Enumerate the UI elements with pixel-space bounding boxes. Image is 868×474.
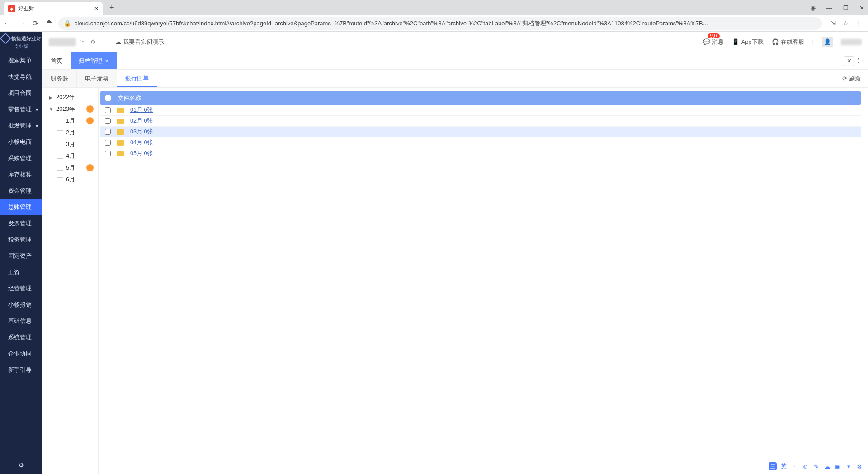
file-name-link[interactable]: 04月 0张 [130, 139, 153, 147]
refresh-button[interactable]: ⟳ 刷新 [842, 75, 861, 83]
sidebar-item[interactable]: 批发管理▾ [0, 118, 42, 134]
file-name-link[interactable]: 03月 0张 [130, 128, 153, 136]
row-checkbox[interactable] [105, 107, 111, 113]
maximize-icon[interactable]: ❐ [843, 5, 849, 11]
gear-icon[interactable]: ⚙ [90, 38, 96, 45]
sidebar-item[interactable]: 总账管理 [0, 199, 42, 215]
file-row[interactable]: 04月 0张 [100, 137, 861, 148]
ime-smile-icon[interactable]: ☺ [801, 462, 809, 470]
subtab[interactable]: 电子发票 [77, 70, 117, 87]
window-close-icon[interactable]: ✕ [859, 5, 864, 11]
file-row[interactable]: 01月 0张 [100, 105, 861, 116]
sidebar-item[interactable]: 固定资产 [0, 248, 42, 264]
tree-month[interactable]: 1月i [44, 115, 96, 127]
sidebar-item[interactable]: 搜索菜单 [0, 52, 42, 69]
cloud-icon: ☁ [115, 38, 121, 45]
sidebar-item[interactable]: 系统管理 [0, 329, 42, 346]
file-row[interactable]: 03月 0张 [100, 127, 861, 137]
trash-icon[interactable]: 🗑 [46, 19, 53, 28]
address-bar[interactable]: 🔒 cloud.chanjet.com/cc/u6d89qwnryel/57bf… [58, 17, 822, 30]
logo-brand: 畅捷通好业财 [11, 35, 41, 42]
account-icon[interactable]: ◉ [811, 5, 816, 11]
tree-year[interactable]: ▶2022年 [44, 91, 96, 103]
ime-gear-icon[interactable]: ⚙ [855, 462, 863, 470]
minimize-icon[interactable]: — [826, 5, 832, 11]
close-all-tabs[interactable]: ✕ [844, 56, 854, 66]
sidebar-item[interactable]: 发票管理 [0, 215, 42, 232]
avatar[interactable]: 👤 [822, 37, 833, 47]
alert-badge: i [86, 164, 94, 171]
refresh-icon: ⟳ [842, 75, 847, 82]
browser-tab[interactable]: ◆ 好业财 ✕ [4, 2, 103, 15]
sidebar-item[interactable]: 小畅报销 [0, 297, 42, 313]
page-tabs: 首页归档管理× ✕ ⛶ [42, 52, 868, 70]
tree-month[interactable]: 6月 [44, 174, 96, 185]
sidebar-item[interactable]: 零售管理▾ [0, 101, 42, 118]
sidebar-item[interactable]: 采购管理 [0, 150, 42, 166]
ime-edit-icon[interactable]: ✎ [812, 462, 820, 470]
ime-badge[interactable]: 王 [769, 462, 777, 470]
file-row[interactable]: 05月 0张 [100, 148, 861, 159]
sidebar-item[interactable]: 经营管理 [0, 280, 42, 297]
sidebar-item[interactable]: 工资 [0, 264, 42, 280]
ime-lang[interactable]: 英 [779, 462, 788, 470]
subtab[interactable]: 银行回单 [117, 70, 157, 87]
tree-month[interactable]: 3月 [44, 138, 96, 150]
demo-link[interactable]: ☁ 我要看实例演示 [107, 36, 164, 48]
logo-edition: 专业版 [14, 43, 28, 50]
folder-icon [117, 118, 124, 124]
message-link[interactable]: 💬 消息 99+ [703, 38, 724, 46]
folder-icon [117, 151, 124, 156]
tree-month[interactable]: 5月i [44, 162, 96, 174]
subtab-row: 财务账电子发票银行回单 ⟳ 刷新 [42, 70, 868, 88]
alert-badge: i [86, 117, 94, 124]
new-tab-button[interactable]: + [109, 3, 114, 13]
row-checkbox[interactable] [105, 118, 111, 124]
subtab[interactable]: 财务账 [42, 70, 77, 87]
file-list: 文件名称 01月 0张02月 0张03月 0张04月 0张05月 0张 [99, 88, 868, 474]
folder-icon [57, 177, 63, 182]
folder-icon [117, 140, 124, 146]
download-link[interactable]: 📱 App下载 [732, 38, 763, 46]
browser-toolbar: ← → ⟳ 🗑 🔒 cloud.chanjet.com/cc/u6d89qwnr… [0, 15, 868, 32]
sidebar-item[interactable]: 库存核算 [0, 166, 42, 183]
tree-month[interactable]: 2月 [44, 127, 96, 138]
back-icon[interactable]: ← [4, 19, 11, 28]
file-name-link[interactable]: 01月 0张 [130, 106, 153, 114]
row-checkbox[interactable] [105, 140, 111, 146]
sidebar-item[interactable]: 项目合同 [0, 85, 42, 101]
sidebar-item[interactable]: 企业协同 [0, 346, 42, 362]
row-checkbox[interactable] [105, 151, 111, 156]
tree-month[interactable]: 4月 [44, 150, 96, 162]
file-row[interactable]: 02月 0张 [100, 116, 861, 127]
sidebar-item[interactable]: 税务管理 [0, 232, 42, 248]
page-tab[interactable]: 首页 [42, 52, 71, 69]
reload-icon[interactable]: ⟳ [33, 19, 38, 28]
sidebar-item[interactable]: 小畅电商 [0, 134, 42, 150]
org-selector[interactable]: ﹀ [49, 38, 86, 46]
select-all-checkbox[interactable] [105, 95, 111, 101]
sidebar-item[interactable]: 快捷导航 [0, 69, 42, 85]
file-name-link[interactable]: 05月 0张 [130, 150, 153, 157]
star-icon[interactable]: ☆ [843, 20, 849, 27]
ime-cloud-icon[interactable]: ☁ [823, 462, 831, 470]
install-icon[interactable]: ⇲ [831, 20, 836, 27]
sidebar-settings[interactable]: ⚙ [0, 456, 42, 474]
sidebar-item[interactable]: 新手引导 [0, 362, 42, 378]
ime-widget[interactable]: 王 英 ⋮ ☺ ✎ ☁ ▣ ▾ ⚙ [767, 461, 865, 471]
close-icon[interactable]: × [105, 57, 108, 64]
kebab-icon[interactable]: ⋮ [856, 20, 862, 27]
row-checkbox[interactable] [105, 129, 111, 135]
ime-down-icon[interactable]: ▾ [844, 462, 853, 470]
tab-close-icon[interactable]: ✕ [94, 5, 99, 12]
fullscreen-icon[interactable]: ⛶ [858, 57, 863, 64]
file-name-link[interactable]: 02月 0张 [130, 117, 153, 125]
sidebar-item[interactable]: 资金管理 [0, 183, 42, 199]
username-blurred [841, 39, 862, 45]
ime-image-icon[interactable]: ▣ [834, 462, 842, 470]
sidebar-item[interactable]: 基础信息 [0, 313, 42, 329]
tree-year[interactable]: ▼2023年i [44, 103, 96, 115]
page-tab[interactable]: 归档管理× [71, 52, 117, 69]
service-link[interactable]: 🎧 在线客服 [772, 38, 804, 46]
org-name-blurred [49, 38, 76, 46]
